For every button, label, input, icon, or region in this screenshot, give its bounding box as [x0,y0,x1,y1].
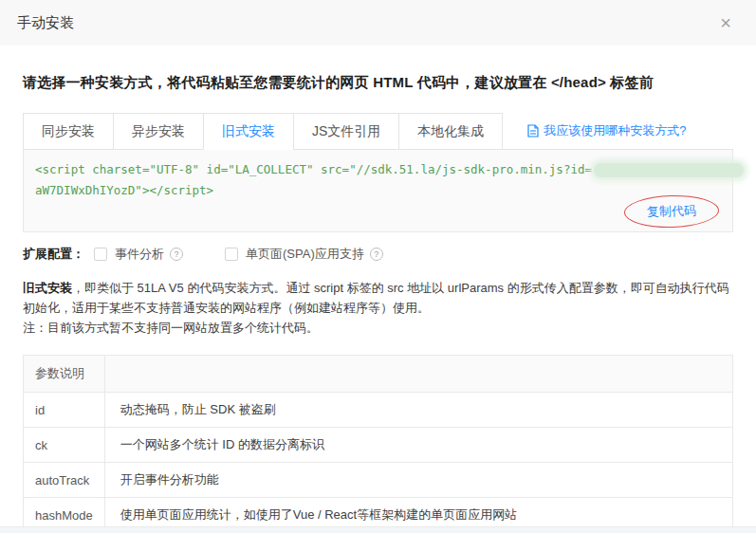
param-name-cell: ck [24,428,105,463]
code-line-1: <script charset="UTF-8" id="LA_COLLECT" … [35,159,721,180]
extended-config-row: 扩展配置： 事件分析 ? 单页面(SPA)应用支持 ? [23,246,733,263]
tab-bar: 同步安装异步安装旧式安装JS文件引用本地化集成 [23,113,503,150]
question-circle-icon[interactable]: ? [370,248,383,261]
param-desc-cell: 动态掩码，防止 SDK 被盗刷 [104,393,732,428]
install-method-help-link[interactable]: 我应该使用哪种安装方式? [527,122,686,139]
spa-support-checkbox[interactable] [225,248,238,261]
copy-code-annotation-circle: 复制代码 [624,194,720,230]
param-name-cell: id [24,393,105,428]
tab-legacy[interactable]: 旧式安装 [203,113,293,150]
params-table: 参数说明 id动态掩码，防止 SDK 被盗刷ck一个网站多个统计 ID 的数据分… [23,355,733,533]
param-row-id: id动态掩码，防止 SDK 被盗刷 [24,393,733,428]
dialog-title: 手动安装 [17,14,74,32]
params-table-body: id动态掩码，防止 SDK 被盗刷ck一个网站多个统计 ID 的数据分离标识au… [24,393,733,533]
legacy-install-description: 旧式安装，即类似于 51LA V5 的代码安装方式。通过 script 标签的 … [23,278,733,338]
tab-local[interactable]: 本地化集成 [398,113,503,150]
event-analysis-label: 事件分析 [115,246,164,263]
param-row-autoTrack: autoTrack开启事件分析功能 [24,463,733,498]
event-analysis-checkbox[interactable] [94,248,107,261]
dialog-body: 请选择一种安装方式，将代码粘贴至您需要统计的网页 HTML 代码中，建议放置在 … [0,74,756,533]
param-row-ck: ck一个网站多个统计 ID 的数据分离标识 [24,428,733,463]
param-desc-cell: 开启事件分析功能 [104,463,732,498]
param-desc-cell: 一个网站多个统计 ID 的数据分离标识 [104,428,732,463]
params-table-header-empty [104,356,732,393]
close-icon[interactable]: × [720,13,731,32]
params-table-header-row: 参数说明 [24,356,733,393]
tracking-code-box: <script charset="UTF-8" id="LA_COLLECT" … [23,150,733,232]
tab-bar-row: 同步安装异步安装旧式安装JS文件引用本地化集成 我应该使用哪种安装方式? [23,113,733,150]
description-note: 注：目前该方式暂不支持同一网站放置多个统计代码。 [23,318,733,338]
event-analysis-option: 事件分析 ? [94,246,183,263]
code-text-prefix: <script charset="UTF-8" id="LA_COLLECT" … [35,162,592,176]
description-lead: 旧式安装 [23,281,72,295]
description-body: ，即类似于 51LA V5 的代码安装方式。通过 script 标签的 src … [23,281,729,315]
tab-sync[interactable]: 同步安装 [23,113,113,150]
code-text-suffix: aW7DIWxDhIYozD"></script> [35,183,213,197]
redacted-site-id [594,163,744,177]
spa-support-option: 单页面(SPA)应用支持 ? [225,246,383,263]
dialog-header: 手动安装 × [0,0,756,46]
tab-async[interactable]: 异步安装 [113,113,203,150]
copy-code-button[interactable]: 复制代码 [647,203,696,218]
document-icon [527,124,539,138]
modal-bottom-edge [0,526,756,533]
extended-config-label: 扩展配置： [23,246,84,263]
tab-jsfile[interactable]: JS文件引用 [293,113,398,150]
manual-install-dialog: 手动安装 × 请选择一种安装方式，将代码粘贴至您需要统计的网页 HTML 代码中… [0,0,756,533]
params-table-header: 参数说明 [24,356,105,393]
install-instruction-heading: 请选择一种安装方式，将代码粘贴至您需要统计的网页 HTML 代码中，建议放置在 … [23,74,733,92]
tab-help-area: 我应该使用哪种安装方式? [503,113,733,150]
param-name-cell: autoTrack [24,463,105,498]
help-link-label: 我应该使用哪种安装方式? [544,122,686,139]
spa-support-label: 单页面(SPA)应用支持 [246,246,364,263]
question-circle-icon[interactable]: ? [170,248,183,261]
